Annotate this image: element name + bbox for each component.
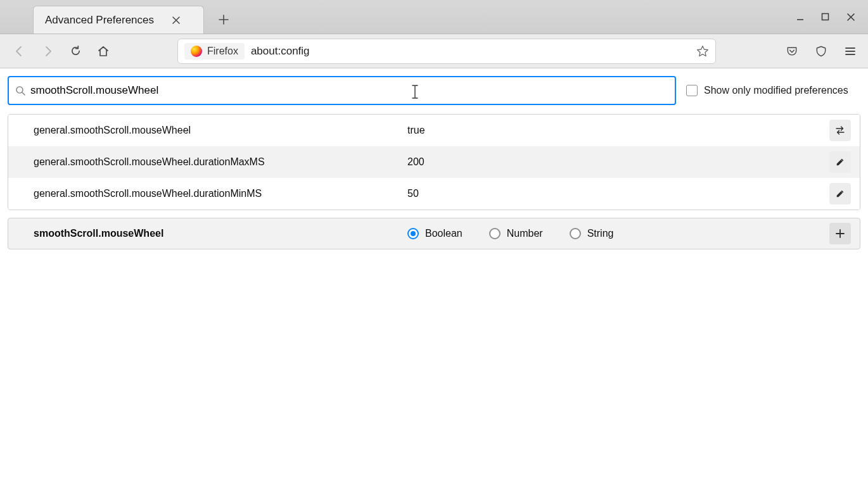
new-pref-row: smoothScroll.mouseWheel Boolean Number S… xyxy=(8,218,860,249)
search-input[interactable] xyxy=(30,84,668,97)
pref-row[interactable]: general.smoothScroll.mouseWheel.duration… xyxy=(8,178,860,210)
identity-label: Firefox xyxy=(207,46,238,57)
close-tab-icon[interactable] xyxy=(172,16,181,25)
checkbox-icon[interactable] xyxy=(686,85,698,96)
url-bar[interactable]: Firefox about:config xyxy=(177,39,716,64)
search-box[interactable] xyxy=(8,76,676,105)
edit-button[interactable] xyxy=(829,151,851,173)
search-icon xyxy=(15,85,25,96)
pref-value: true xyxy=(407,125,829,136)
radio-boolean[interactable]: Boolean xyxy=(407,228,463,239)
radio-icon[interactable] xyxy=(570,228,581,239)
pref-table: general.smoothScroll.mouseWheel true gen… xyxy=(8,114,860,210)
radio-label: Number xyxy=(507,228,543,239)
radio-icon[interactable] xyxy=(489,228,501,239)
home-button[interactable] xyxy=(93,41,114,62)
new-tab-button[interactable] xyxy=(213,9,234,30)
reload-button[interactable] xyxy=(65,41,86,62)
svg-rect-0 xyxy=(822,14,829,20)
back-button[interactable] xyxy=(9,41,30,62)
toggle-button[interactable] xyxy=(829,120,851,141)
search-row: Show only modified preferences xyxy=(8,76,860,105)
new-pref-name: smoothScroll.mouseWheel xyxy=(34,228,407,239)
content-area: Show only modified preferences general.s… xyxy=(0,68,868,257)
checkbox-label: Show only modified preferences xyxy=(704,85,848,96)
bookmark-star-icon[interactable] xyxy=(696,45,709,58)
maximize-button[interactable] xyxy=(821,13,838,21)
titlebar: Advanced Preferences xyxy=(0,0,868,34)
radio-string[interactable]: String xyxy=(570,228,614,239)
radio-label: Boolean xyxy=(425,228,463,239)
toolbar-right xyxy=(783,42,859,60)
radio-number[interactable]: Number xyxy=(489,228,543,239)
identity-box[interactable]: Firefox xyxy=(184,43,245,60)
pref-value: 50 xyxy=(407,188,829,199)
toolbar: Firefox about:config xyxy=(0,34,868,68)
pocket-icon[interactable] xyxy=(783,42,801,60)
type-options: Boolean Number String xyxy=(407,228,829,239)
forward-button[interactable] xyxy=(37,41,58,62)
menu-icon[interactable] xyxy=(841,42,859,60)
radio-icon[interactable] xyxy=(407,228,419,239)
close-window-button[interactable] xyxy=(846,13,863,22)
pref-row[interactable]: general.smoothScroll.mouseWheel.duration… xyxy=(8,146,860,178)
edit-button[interactable] xyxy=(829,183,851,204)
radio-label: String xyxy=(587,228,614,239)
add-button[interactable] xyxy=(829,223,851,244)
window-controls xyxy=(796,0,863,34)
shield-icon[interactable] xyxy=(812,42,830,60)
show-modified-checkbox[interactable]: Show only modified preferences xyxy=(686,85,848,96)
pref-name: general.smoothScroll.mouseWheel xyxy=(34,125,407,136)
pref-name: general.smoothScroll.mouseWheel.duration… xyxy=(34,156,407,168)
pref-value: 200 xyxy=(407,156,829,168)
pref-name: general.smoothScroll.mouseWheel.duration… xyxy=(34,188,407,199)
browser-tab[interactable]: Advanced Preferences xyxy=(33,6,204,34)
url-text: about:config xyxy=(251,45,690,58)
minimize-button[interactable] xyxy=(796,13,812,22)
pref-row[interactable]: general.smoothScroll.mouseWheel true xyxy=(8,115,860,146)
tab-title: Advanced Preferences xyxy=(45,14,154,27)
firefox-icon xyxy=(191,46,202,57)
